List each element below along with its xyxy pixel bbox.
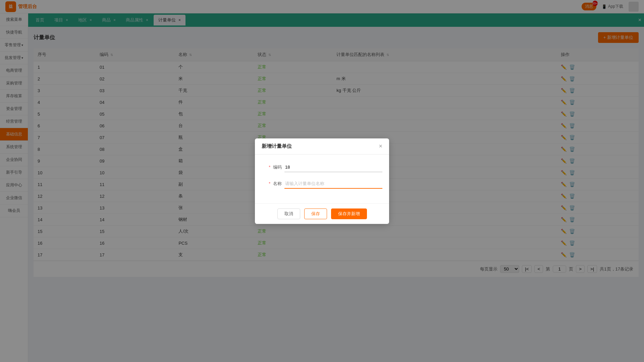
save-and-new-button[interactable]: 保存并新增 (331, 208, 367, 219)
required-star-name: * (269, 181, 270, 186)
name-label: * 名称 (262, 181, 282, 187)
add-unit-modal: 新增计量单位 × * 编码 * 名称 取消 保存 保存并新增 (255, 138, 389, 224)
modal-close-button[interactable]: × (379, 143, 382, 149)
name-input[interactable] (284, 179, 382, 189)
form-row-name: * 名称 (262, 179, 382, 189)
cancel-button[interactable]: 取消 (277, 208, 300, 219)
modal-overlay: 新增计量单位 × * 编码 * 名称 取消 保存 保存并新增 (0, 0, 644, 362)
code-input[interactable] (284, 163, 382, 172)
modal-header: 新增计量单位 × (255, 138, 389, 155)
form-row-code: * 编码 (262, 163, 382, 172)
required-star: * (269, 165, 270, 170)
save-button[interactable]: 保存 (304, 208, 327, 219)
modal-body: * 编码 * 名称 (255, 155, 389, 203)
modal-title: 新增计量单位 (262, 143, 292, 149)
modal-footer: 取消 保存 保存并新增 (255, 203, 389, 224)
code-label: * 编码 (262, 164, 282, 170)
